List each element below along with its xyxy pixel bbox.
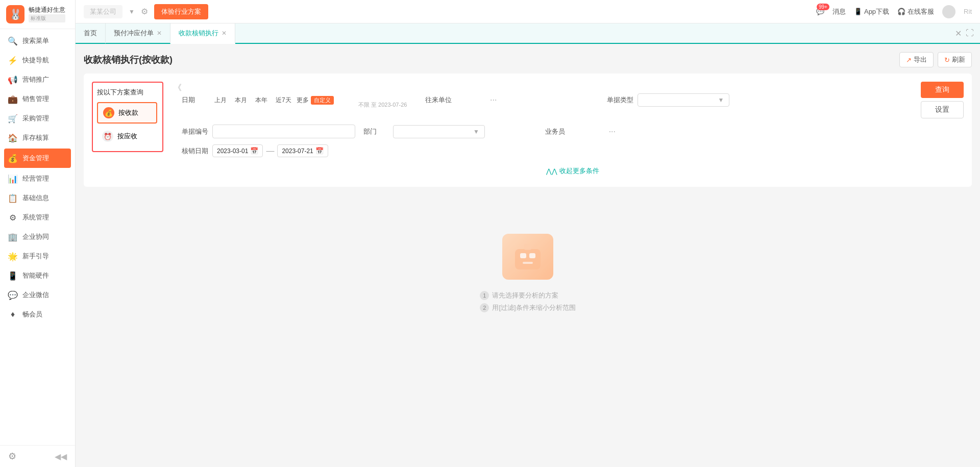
filter-toggle-icon[interactable]: 《 [174, 83, 182, 93]
verify-date-start-cal-icon: 📅 [250, 147, 258, 155]
filter-sidebar: 按以下方案查询 💰 按收款 ⏰ 按应收 [92, 82, 163, 152]
sales-icon: 💼 [8, 94, 17, 104]
sidebar-item-purchase[interactable]: 🛒采购管理 [0, 109, 75, 128]
wechat-icon: 💬 [8, 290, 17, 300]
date-btn-7days[interactable]: 近7天 [273, 95, 295, 106]
page-title: 收款核销执行(按收款) [84, 54, 173, 66]
tab-home-label: 首页 [84, 29, 97, 38]
sidebar-item-operation[interactable]: 📊经营管理 [0, 169, 75, 188]
main-area: 某某公司 ▼ ⚙ 体验行业方案 💬 99+ 消息 📱 App下载 🎧 在线客服 … [76, 0, 980, 467]
verify-date-label: 核销日期 [182, 146, 208, 156]
corp-icon: 🏢 [8, 232, 17, 241]
sidebar-bottom: ⚙ ◀◀ [0, 445, 75, 467]
tabs-actions: ✕ ⛶ [955, 29, 980, 38]
sidebar-item-system[interactable]: ⚙系统管理 [0, 208, 75, 227]
sidebar-item-member[interactable]: ♦畅会员 [0, 305, 75, 324]
verify-date-end-input[interactable]: 2023-07-21 📅 [277, 144, 328, 157]
sidebar-item-guide[interactable]: 🌟新手引导 [0, 247, 75, 266]
tabs-close-all-icon[interactable]: ✕ [955, 29, 962, 38]
empty-hint-2: 2 用[过滤]条件来缩小分析范围 [480, 303, 575, 312]
export-label: 导出 [914, 55, 927, 64]
doc-number-input[interactable] [212, 125, 355, 138]
filter-options: 💰 按收款 ⏰ 按应收 [97, 102, 157, 146]
filter-form: 日期 上月 本月 本年 近7天 更多 自定义 不限 至 2023-07-26 [182, 82, 964, 179]
logo-name: 畅捷通好生意 [29, 6, 65, 14]
sidebar-item-marketing[interactable]: 📢营销推广 [0, 70, 75, 89]
collapse-up-icon: ⋀⋀ [546, 167, 557, 175]
tabs-expand-icon[interactable]: ⛶ [966, 29, 974, 38]
filter-option-by-receivable[interactable]: ⏰ 按应收 [97, 127, 157, 146]
sidebar-item-search[interactable]: 🔍搜索菜单 [0, 31, 75, 51]
sidebar-item-corp[interactable]: 🏢企业协同 [0, 227, 75, 247]
refresh-button[interactable]: ↻ 刷新 [938, 52, 972, 67]
department-select[interactable]: ▼ [393, 125, 485, 138]
tab-prepay-close[interactable]: ✕ [157, 30, 162, 37]
app-icon: 📱 [854, 8, 862, 15]
staff-label: 业务员 [545, 127, 571, 136]
filter-panel: 按以下方案查询 💰 按收款 ⏰ 按应收 《 [84, 73, 972, 187]
online-service-btn[interactable]: 🎧 在线客服 [897, 7, 934, 16]
sidebar-label-operation: 经营管理 [22, 174, 49, 183]
sidebar-item-hardware[interactable]: 📱智能硬件 [0, 266, 75, 285]
tabs-bar: 首页 预付冲应付单 ✕ 收款核销执行 ✕ ✕ ⛶ [76, 23, 980, 44]
svg-rect-4 [524, 244, 531, 250]
sidebar-label-guide: 新手引导 [22, 252, 49, 261]
member-icon: ♦ [8, 310, 17, 319]
empty-illustration [497, 234, 558, 285]
receivable-option-icon: ⏰ [102, 131, 113, 142]
staff-field: 业务员 ··· [545, 127, 719, 136]
staff-input-dots[interactable]: ··· [575, 127, 616, 136]
sidebar-item-basic[interactable]: 📋基础信息 [0, 188, 75, 208]
tab-prepay[interactable]: 预付冲应付单 ✕ [106, 23, 170, 43]
tab-home[interactable]: 首页 [76, 23, 106, 43]
sidebar-item-wechat[interactable]: 💬企业微信 [0, 285, 75, 305]
doc-type-select[interactable]: ▼ [638, 93, 729, 107]
inventory-icon: 🏠 [8, 133, 17, 142]
date-btn-more[interactable]: 更多 [297, 96, 309, 105]
settings-icon[interactable]: ⚙ [141, 7, 148, 16]
sidebar: 🐰 畅捷通好生意 标准版 🔍搜索菜单 ⚡快捷导航 📢营销推广 💼销售管理 🛒采购… [0, 0, 76, 467]
company-name[interactable]: 某某公司 [84, 5, 122, 18]
app-download-btn[interactable]: 📱 App下载 [854, 7, 889, 16]
settings-bottom-icon[interactable]: ⚙ [8, 451, 16, 462]
sidebar-collapse-btn[interactable]: ◀◀ [55, 452, 67, 461]
counterparty-input-dots[interactable]: ··· [456, 95, 497, 105]
empty-hints: 1 请先选择要分析的方案 2 用[过滤]条件来缩小分析范围 [480, 291, 575, 312]
industry-plan-button[interactable]: 体验行业方案 [154, 4, 208, 19]
company-dropdown-icon[interactable]: ▼ [129, 8, 135, 15]
logo-icon: 🐰 [6, 5, 24, 23]
filter-option-by-receipt[interactable]: 💰 按收款 [97, 102, 157, 124]
hint-2-text: 用[过滤]条件来缩小分析范围 [492, 303, 575, 312]
sidebar-item-sales[interactable]: 💼销售管理 [0, 89, 75, 109]
verify-date-start-input[interactable]: 2023-03-01 📅 [212, 144, 263, 157]
department-label: 部门 [363, 127, 389, 136]
tab-receipt-verify[interactable]: 收款核销执行 ✕ [170, 23, 235, 44]
sidebar-label-purchase: 采购管理 [22, 114, 49, 123]
date-btn-this-year[interactable]: 本年 [252, 95, 271, 106]
tab-receipt-verify-close[interactable]: ✕ [222, 30, 227, 37]
marketing-icon: 📢 [8, 75, 17, 84]
user-avatar[interactable] [942, 5, 955, 18]
filter-row-3: 核销日期 2023-03-01 📅 — 2023-07-21 📅 [182, 144, 964, 157]
svg-rect-1 [520, 253, 526, 258]
receivable-option-label: 按应收 [117, 132, 137, 141]
quick-nav-icon: ⚡ [8, 56, 17, 65]
date-btn-this-month[interactable]: 本月 [232, 95, 250, 106]
sidebar-item-inventory[interactable]: 🏠库存核算 [0, 128, 75, 148]
export-button[interactable]: ↗ 导出 [899, 52, 934, 67]
date-btn-last-month[interactable]: 上月 [211, 95, 230, 106]
sidebar-item-quick[interactable]: ⚡快捷导航 [0, 51, 75, 70]
query-button[interactable]: 查询 [921, 82, 964, 98]
collapse-more-btn[interactable]: ⋀⋀ 收起更多条件 [182, 163, 964, 179]
sidebar-item-finance[interactable]: 💰资金管理 [4, 149, 71, 168]
page-header: 收款核销执行(按收款) ↗ 导出 ↻ 刷新 [84, 52, 972, 67]
setting-button[interactable]: 设置 [921, 101, 964, 118]
department-field: 部门 ▼ [363, 125, 537, 138]
svg-rect-2 [529, 253, 535, 258]
verify-date-end-value: 2023-07-21 [282, 148, 313, 155]
receipt-option-icon: 💰 [103, 107, 114, 118]
message-icon[interactable]: 💬 99+ [816, 8, 824, 15]
empty-hint-1: 1 请先选择要分析的方案 [480, 291, 575, 300]
service-icon: 🎧 [897, 8, 905, 15]
system-icon: ⚙ [8, 213, 17, 222]
